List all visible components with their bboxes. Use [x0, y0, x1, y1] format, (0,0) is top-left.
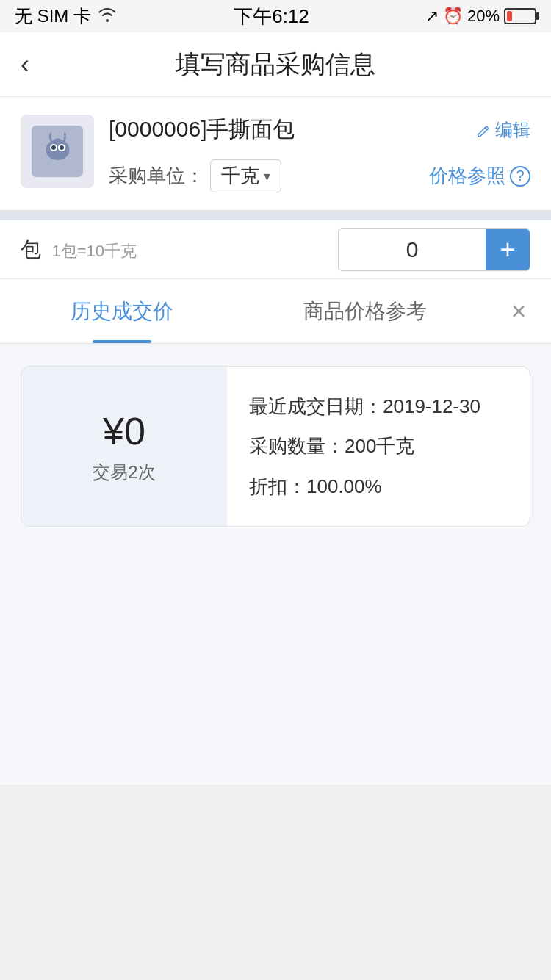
product-info: [0000006]手撕面包 编辑 采购单位： 千克 ▾ — [109, 115, 530, 192]
status-right: ↗ ⏰ 20% — [425, 7, 536, 26]
quantity-input[interactable] — [339, 229, 486, 270]
time-label: 下午6:12 — [234, 4, 309, 29]
product-name: [0000006]手撕面包 — [109, 115, 295, 145]
close-button[interactable]: × — [486, 279, 551, 343]
discount-row: 折扣：100.00% — [249, 473, 508, 500]
page-title: 填写商品采购信息 — [176, 48, 375, 82]
quantity-row: 包 1包=10千克 + — [0, 220, 551, 279]
tab-history-price[interactable]: 历史成交价 — [0, 279, 243, 343]
help-icon: ? — [510, 166, 530, 187]
battery-icon — [504, 8, 536, 24]
alarm-icon: ⏰ — [443, 7, 463, 26]
history-price-section: ¥0 交易2次 — [21, 367, 227, 526]
svg-point-4 — [60, 145, 64, 150]
edit-button[interactable]: 编辑 — [476, 118, 530, 142]
price-ref-button[interactable]: 价格参照 ? — [429, 163, 530, 189]
svg-point-0 — [46, 140, 69, 160]
unit-conversion: 1包=10千克 — [51, 242, 137, 260]
unit-select[interactable]: 千克 ▾ — [210, 159, 281, 192]
product-thumbnail-icon — [37, 128, 78, 175]
page-header: ‹ 填写商品采购信息 — [0, 32, 551, 97]
section-divider — [0, 210, 551, 220]
quantity-plus-button[interactable]: + — [486, 229, 530, 270]
unit-name: 包 — [21, 238, 41, 261]
product-image — [21, 115, 94, 188]
tabs-bar: 历史成交价 商品价格参考 × — [0, 279, 551, 344]
history-card: ¥0 交易2次 最近成交日期：2019-12-30 采购数量：200千克 折扣：… — [21, 366, 530, 527]
status-bar: 无 SIM 卡 下午6:12 ↗ ⏰ 20% — [0, 0, 551, 32]
recent-date-row: 最近成交日期：2019-12-30 — [249, 393, 508, 419]
back-button[interactable]: ‹ — [21, 49, 29, 80]
tab-price-ref[interactable]: 商品价格参考 — [243, 279, 486, 343]
history-details-section: 最近成交日期：2019-12-30 采购数量：200千克 折扣：100.00% — [227, 367, 530, 526]
status-left: 无 SIM 卡 — [15, 4, 118, 28]
tab-active-indicator — [93, 340, 151, 343]
content-area: ¥0 交易2次 最近成交日期：2019-12-30 采购数量：200千克 折扣：… — [0, 344, 551, 785]
purchase-qty-row: 采购数量：200千克 — [249, 433, 508, 459]
history-price-value: ¥0 — [103, 409, 145, 453]
quantity-input-group: + — [338, 228, 530, 271]
battery-percent: 20% — [467, 7, 500, 26]
location-icon: ↗ — [425, 7, 439, 26]
svg-point-3 — [51, 145, 56, 150]
carrier-label: 无 SIM 卡 — [15, 4, 91, 28]
history-transaction-count: 交易2次 — [93, 461, 155, 484]
product-card: [0000006]手撕面包 编辑 采购单位： 千克 ▾ — [0, 97, 551, 210]
chevron-down-icon: ▾ — [264, 168, 270, 184]
wifi-icon — [97, 6, 118, 26]
unit-info: 包 1包=10千克 — [21, 236, 137, 264]
unit-label: 采购单位： — [109, 163, 204, 189]
